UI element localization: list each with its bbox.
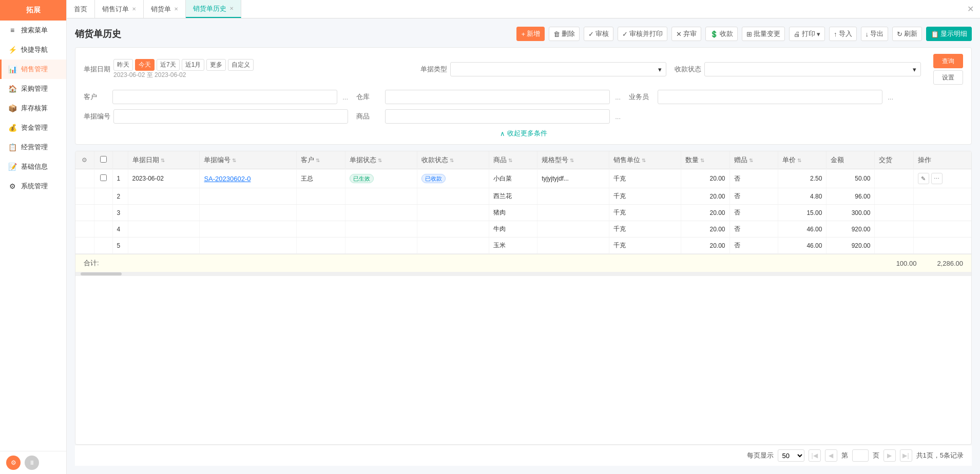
th-spec[interactable]: 规格型号⇅ <box>537 151 609 169</box>
tabs-close-all[interactable]: ✕ <box>961 4 980 14</box>
td-spec <box>537 205 609 221</box>
tab-sales-history[interactable]: 销货单历史 ✕ <box>186 0 241 18</box>
1month-btn[interactable]: 近1月 <box>182 59 205 71</box>
page-size-select[interactable]: 50 20 100 <box>778 449 804 462</box>
tab-sales-order[interactable]: 销售订单 ✕ <box>95 0 144 18</box>
th-customer[interactable]: 客户⇅ <box>297 151 345 169</box>
print-button[interactable]: 🖨 打印 ▾ <box>789 27 825 41</box>
warehouse-dots[interactable]: ... <box>615 93 621 101</box>
batch-change-icon: ⊞ <box>746 30 752 38</box>
td-rowno: 3 <box>112 205 128 221</box>
sidebar-item-basic-info[interactable]: 📝 基础信息 <box>0 157 66 176</box>
tab-sales-history-close[interactable]: ✕ <box>229 6 234 11</box>
sidebar-item-system-mgmt[interactable]: ⚙ 系统管理 <box>0 176 66 196</box>
more-btn[interactable]: ⋯ <box>931 173 943 184</box>
export-button[interactable]: ↓ 导出 <box>861 27 889 41</box>
collect-button[interactable]: 💲 收款 <box>705 27 738 41</box>
last-page-btn[interactable]: ▶| <box>900 449 912 462</box>
page-size-label: 每页显示 <box>747 451 774 460</box>
doc-type-select[interactable]: ▾ <box>450 62 667 76</box>
sidebar-item-inventory[interactable]: 📦 库存核算 <box>0 98 66 118</box>
td-transaction <box>875 205 913 221</box>
refresh-button[interactable]: ↻ 刷新 <box>892 27 922 41</box>
scroll-bar[interactable] <box>75 272 971 276</box>
th-goods[interactable]: 商品⇅ <box>489 151 537 169</box>
today-btn[interactable]: 今天 <box>135 59 155 71</box>
customer-input[interactable] <box>112 90 337 104</box>
th-doc-date[interactable]: 单据日期⇅ <box>128 151 200 169</box>
th-unit[interactable]: 销售单位⇅ <box>609 151 681 169</box>
import-button[interactable]: ↑ 导入 <box>829 27 857 41</box>
select-all-checkbox[interactable] <box>100 156 107 163</box>
tab-sales-goods[interactable]: 销货单 ✕ <box>144 0 186 18</box>
toolbar: + 新增 🗑 删除 ✓ 审核 ✓ 审核并打印 ✕ 弃审 <box>516 27 972 41</box>
td-amount: 920.00 <box>827 238 875 254</box>
tab-home[interactable]: 首页 <box>67 0 95 18</box>
warehouse-input[interactable] <box>385 90 610 104</box>
batch-change-button[interactable]: ⊞ 批量变更 <box>742 27 785 41</box>
sidebar-item-operations[interactable]: 📋 经营管理 <box>0 137 66 157</box>
yesterday-btn[interactable]: 昨天 <box>113 59 133 71</box>
tab-sales-history-label: 销货单历史 <box>193 4 226 13</box>
7days-btn[interactable]: 近7天 <box>157 59 180 71</box>
th-payment-status[interactable]: 收款状态⇅ <box>417 151 489 169</box>
filter-date-item: 单据日期 昨天 今天 近7天 近1月 更多 自定义 2023-06-02 至 2… <box>84 59 412 80</box>
payment-status-select[interactable]: ▾ <box>704 62 921 76</box>
sidebar-item-search-menu[interactable]: ≡ 搜索菜单 <box>0 21 66 40</box>
th-qty[interactable]: 数量⇅ <box>681 151 729 169</box>
filter-salesman-item: 业务员 ... <box>629 90 893 104</box>
delete-button[interactable]: 🗑 删除 <box>549 27 580 41</box>
sidebar-item-sales-mgmt[interactable]: 📊 销售管理 <box>0 60 66 79</box>
th-amount: 金额 <box>827 151 875 169</box>
footer-total-amount: 2,286.00 <box>937 260 963 267</box>
tabs-bar: 首页 销售订单 ✕ 销货单 ✕ 销货单历史 ✕ ✕ <box>67 0 980 18</box>
add-button[interactable]: + 新增 <box>516 27 545 41</box>
audit-print-button[interactable]: ✓ 审核并打印 <box>618 27 667 41</box>
query-button[interactable]: 查询 <box>933 54 963 68</box>
td-doc-no <box>200 238 297 254</box>
tab-sales-order-close[interactable]: ✕ <box>132 6 136 12</box>
td-unit: 千克 <box>609 205 681 221</box>
filter-goods-item: 商品 ... <box>356 109 621 124</box>
sidebar-item-quick-nav[interactable]: ⚡ 快捷导航 <box>0 40 66 60</box>
th-doc-no[interactable]: 单据编号⇅ <box>200 151 297 169</box>
custom-btn[interactable]: 自定义 <box>228 59 254 71</box>
collapse-btn[interactable]: ∧ 收起更多条件 <box>84 129 963 138</box>
import-icon: ↑ <box>834 30 837 38</box>
td-doc-date <box>128 221 200 238</box>
prev-page-btn[interactable]: ◀ <box>825 449 837 462</box>
print-icon: 🖨 <box>794 30 800 38</box>
th-doc-status[interactable]: 单据状态⇅ <box>345 151 417 169</box>
th-gift[interactable]: 赠品⇅ <box>729 151 778 169</box>
sidebar-settings-btn[interactable]: ⚙ <box>6 456 21 470</box>
sidebar-item-purchase-mgmt[interactable]: 🏠 采购管理 <box>0 79 66 98</box>
page-input[interactable]: 1 <box>852 449 869 462</box>
table-row: 4 牛肉 千克 20.00 否 46.00 920.00 <box>75 221 971 238</box>
payment-status-dropdown-icon: ▾ <box>913 66 916 73</box>
show-detail-button[interactable]: 📋 显示明细 <box>926 27 972 41</box>
customer-dots[interactable]: ... <box>342 93 348 101</box>
row-checkbox[interactable] <box>100 174 107 181</box>
th-settings[interactable]: ⚙ <box>75 151 94 169</box>
salesman-dots[interactable]: ... <box>888 93 893 101</box>
audit-button[interactable]: ✓ 审核 <box>584 27 613 41</box>
sidebar-pause-btn[interactable]: ⏸ <box>25 456 39 470</box>
settings-filter-button[interactable]: 设置 <box>933 70 963 85</box>
docno-input[interactable] <box>113 109 348 124</box>
table-row: 2 西兰花 千克 20.00 否 4.80 96.00 <box>75 188 971 205</box>
doc-no-link[interactable]: SA-20230602-0 <box>204 175 251 183</box>
abandon-button[interactable]: ✕ 弃审 <box>671 27 701 41</box>
sort-icon: ⇅ <box>642 157 646 163</box>
more-btn[interactable]: 更多 <box>206 59 226 71</box>
salesman-input[interactable] <box>658 90 882 104</box>
th-unit-price[interactable]: 单价⇅ <box>778 151 826 169</box>
next-page-btn[interactable]: ▶ <box>883 449 896 462</box>
first-page-btn[interactable]: |◀ <box>809 449 821 462</box>
goods-input[interactable] <box>385 109 610 124</box>
print-dropdown-icon: ▾ <box>817 30 820 38</box>
edit-btn[interactable]: ✎ <box>918 173 929 184</box>
sidebar-item-finance[interactable]: 💰 资金管理 <box>0 118 66 137</box>
goods-dots[interactable]: ... <box>615 113 621 121</box>
tab-sales-goods-close[interactable]: ✕ <box>174 6 178 12</box>
td-doc-no: SA-20230602-0 <box>200 169 297 188</box>
